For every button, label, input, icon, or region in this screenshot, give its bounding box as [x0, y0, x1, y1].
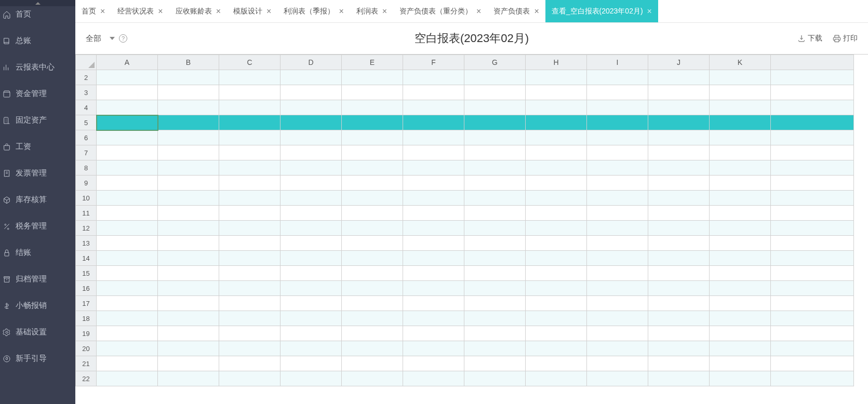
close-icon[interactable]: × — [534, 7, 539, 16]
sidebar-item-archive[interactable]: 归档管理 — [0, 266, 75, 292]
col-header-C[interactable]: C — [219, 55, 281, 70]
cell-B8[interactable] — [158, 160, 219, 176]
cell-J3[interactable] — [648, 85, 710, 100]
cell-J12[interactable] — [648, 221, 710, 236]
cell-J9[interactable] — [648, 176, 710, 191]
cell-D8[interactable] — [281, 160, 342, 176]
sidebar-item-inventory[interactable]: 库存核算 — [0, 186, 75, 213]
cell-I3[interactable] — [587, 85, 648, 100]
cell-G16[interactable] — [464, 281, 526, 296]
cell-K9[interactable] — [710, 176, 771, 191]
cell-K12[interactable] — [710, 221, 771, 236]
cell-C2[interactable] — [219, 70, 281, 85]
cell-E4[interactable] — [342, 100, 403, 115]
cell-F11[interactable] — [403, 206, 464, 221]
cell-J8[interactable] — [648, 160, 710, 176]
cell-B16[interactable] — [158, 281, 219, 296]
cell-A20[interactable] — [97, 341, 158, 356]
cell-F4[interactable] — [403, 100, 464, 115]
cell-B22[interactable] — [158, 371, 219, 386]
tab-3[interactable]: 模版设计× — [227, 0, 277, 22]
cell-I9[interactable] — [587, 176, 648, 191]
cell-K16[interactable] — [710, 281, 771, 296]
cell-E22[interactable] — [342, 371, 403, 386]
cell-H21[interactable] — [526, 356, 587, 371]
cell-D19[interactable] — [281, 326, 342, 341]
cell-H13[interactable] — [526, 236, 587, 251]
cell-D13[interactable] — [281, 236, 342, 251]
cell-C11[interactable] — [219, 206, 281, 221]
cell-B15[interactable] — [158, 266, 219, 281]
cell-B6[interactable] — [158, 130, 219, 145]
cell-extra-18[interactable] — [771, 311, 854, 326]
row-header-15[interactable]: 15 — [76, 266, 97, 281]
close-icon[interactable]: × — [216, 7, 221, 16]
cell-I15[interactable] — [587, 266, 648, 281]
col-header-A[interactable]: A — [97, 55, 158, 70]
cell-G8[interactable] — [464, 160, 526, 176]
cell-B7[interactable] — [158, 145, 219, 160]
row-header-16[interactable]: 16 — [76, 281, 97, 296]
cell-D17[interactable] — [281, 296, 342, 311]
cell-K22[interactable] — [710, 371, 771, 386]
close-icon[interactable]: × — [382, 7, 387, 16]
cell-B3[interactable] — [158, 85, 219, 100]
cell-A10[interactable] — [97, 191, 158, 206]
print-button[interactable]: 打印 — [833, 34, 858, 43]
tab-4[interactable]: 利润表（季报）× — [277, 0, 350, 22]
cell-I17[interactable] — [587, 296, 648, 311]
cell-A9[interactable] — [97, 176, 158, 191]
cell-C9[interactable] — [219, 176, 281, 191]
cell-C6[interactable] — [219, 130, 281, 145]
cell-D15[interactable] — [281, 266, 342, 281]
row-header-18[interactable]: 18 — [76, 311, 97, 326]
cell-F6[interactable] — [403, 130, 464, 145]
cell-B18[interactable] — [158, 311, 219, 326]
cell-C5[interactable] — [219, 115, 281, 130]
cell-I5[interactable] — [587, 115, 648, 130]
cell-E18[interactable] — [342, 311, 403, 326]
cell-A2[interactable] — [97, 70, 158, 85]
cell-I11[interactable] — [587, 206, 648, 221]
row-header-21[interactable]: 21 — [76, 356, 97, 371]
cell-B13[interactable] — [158, 236, 219, 251]
close-icon[interactable]: × — [647, 7, 652, 16]
cell-E17[interactable] — [342, 296, 403, 311]
sidebar-item-tax[interactable]: 税务管理 — [0, 213, 75, 239]
row-header-3[interactable]: 3 — [76, 85, 97, 100]
tab-1[interactable]: 经营状况表× — [111, 0, 169, 22]
cell-K13[interactable] — [710, 236, 771, 251]
cell-extra-2[interactable] — [771, 70, 854, 85]
cell-H15[interactable] — [526, 266, 587, 281]
close-icon[interactable]: × — [100, 7, 105, 16]
row-header-7[interactable]: 7 — [76, 145, 97, 160]
sidebar-item-settings[interactable]: 基础设置 — [0, 319, 75, 345]
cell-J19[interactable] — [648, 326, 710, 341]
sidebar-item-salary[interactable]: 工资 — [0, 133, 75, 160]
cell-I6[interactable] — [587, 130, 648, 145]
cell-K3[interactable] — [710, 85, 771, 100]
cell-E21[interactable] — [342, 356, 403, 371]
cell-D3[interactable] — [281, 85, 342, 100]
cell-G4[interactable] — [464, 100, 526, 115]
cell-I18[interactable] — [587, 311, 648, 326]
tab-7[interactable]: 资产负债表× — [487, 0, 545, 22]
sidebar-item-fund[interactable]: 资金管理 — [0, 80, 75, 107]
cell-D2[interactable] — [281, 70, 342, 85]
cell-G18[interactable] — [464, 311, 526, 326]
cell-H5[interactable] — [526, 115, 587, 130]
col-header-K[interactable]: K — [710, 55, 771, 70]
cell-B20[interactable] — [158, 341, 219, 356]
cell-C16[interactable] — [219, 281, 281, 296]
cell-E13[interactable] — [342, 236, 403, 251]
cell-H19[interactable] — [526, 326, 587, 341]
row-header-10[interactable]: 10 — [76, 191, 97, 206]
cell-D14[interactable] — [281, 251, 342, 266]
cell-K7[interactable] — [710, 145, 771, 160]
cell-C10[interactable] — [219, 191, 281, 206]
help-icon[interactable]: ? — [119, 34, 127, 43]
col-header-F[interactable]: F — [403, 55, 464, 70]
cell-G3[interactable] — [464, 85, 526, 100]
cell-K14[interactable] — [710, 251, 771, 266]
row-header-13[interactable]: 13 — [76, 236, 97, 251]
